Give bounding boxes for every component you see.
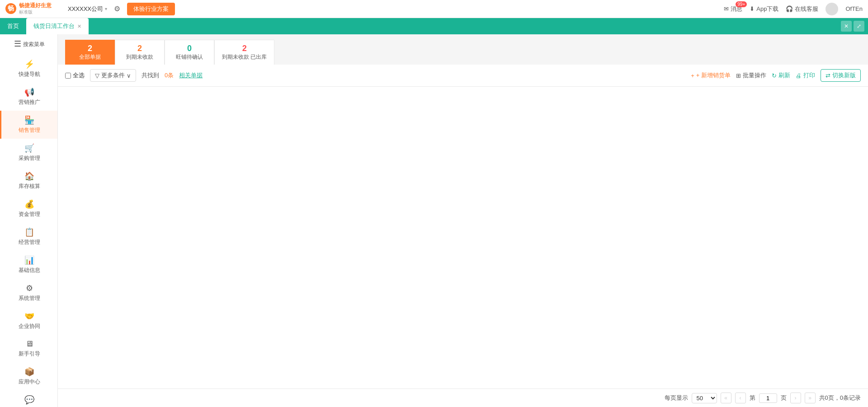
online-service-button[interactable]: 🎧 在线客服: [786, 5, 818, 13]
prev-page-button[interactable]: ‹: [735, 393, 746, 403]
sidebar-basics-label: 基础信息: [19, 267, 40, 274]
found-prefix: 共找到: [142, 71, 159, 80]
select-all-area[interactable]: 全选: [65, 71, 85, 80]
print-button[interactable]: 🖨 打印: [796, 71, 815, 80]
refresh-icon: ↻: [772, 72, 777, 79]
message-badge: 99+: [736, 1, 747, 7]
online-service-label: 在线客服: [795, 5, 818, 13]
sidebar-item-operations[interactable]: 📋 经营管理: [0, 223, 57, 251]
logo-sub: 标准版: [19, 9, 52, 15]
top-header: 畅 畅捷通好生意 标准版 XXXXXX公司 ▾ ⚙ 体验行业方案 ✉ 消息 99…: [0, 0, 868, 18]
sidebar-item-system[interactable]: ⚙ 系统管理: [0, 279, 57, 307]
app-center-icon: 📦: [24, 367, 34, 377]
filter-label: 更多条件: [101, 71, 125, 80]
nav-tabs-bar: 首页 钱货日清工作台 ✕ ✕ ⤢: [0, 18, 868, 34]
nav-tab-actions: ✕ ⤢: [841, 21, 864, 32]
close-window-button[interactable]: ✕: [841, 21, 852, 32]
batch-button[interactable]: ⊞ 批量操作: [736, 71, 766, 80]
sidebar-sales-label: 销售管理: [19, 126, 40, 134]
sub-tab-wangpu[interactable]: 0 旺铺待确认: [165, 40, 214, 65]
company-selector[interactable]: XXXXXX公司 ▾: [68, 5, 107, 13]
page-size-select[interactable]: 50 10 20 100: [692, 393, 717, 403]
message-icon: ✉: [724, 5, 729, 12]
user-name[interactable]: OfTEn: [845, 5, 863, 12]
sidebar-item-basics[interactable]: 📊 基础信息: [0, 251, 57, 279]
sidebar-item-quick-nav[interactable]: ⚡ 快捷导航: [0, 55, 57, 83]
page-size-label: 每页显示: [665, 394, 688, 402]
chevron-down-icon: ▾: [105, 6, 107, 11]
first-page-button[interactable]: «: [721, 393, 731, 403]
message-button[interactable]: ✉ 消息 99+: [724, 5, 742, 13]
last-page-button[interactable]: »: [805, 393, 816, 403]
add-sales-order-button[interactable]: + + 新增销货单: [691, 71, 731, 80]
headset-icon: 🎧: [786, 5, 793, 12]
refresh-button[interactable]: ↻ 刷新: [772, 71, 790, 80]
tab-home[interactable]: 首页: [0, 18, 26, 34]
search-menu-icon: ☰: [14, 39, 21, 49]
tab-cash-work[interactable]: 钱货日清工作台 ✕: [26, 18, 89, 34]
sub-tab-wangpu-count: 0: [172, 44, 207, 53]
sidebar-item-search[interactable]: ☰ 搜索菜单: [0, 34, 57, 55]
logo-icon: 畅: [5, 3, 16, 14]
sidebar-purchase-label: 采购管理: [19, 154, 40, 162]
related-link[interactable]: 相关单据: [179, 71, 203, 80]
sales-icon: 🏪: [24, 115, 34, 125]
logo-title: 畅捷通好生意: [19, 2, 52, 9]
last-page-icon: »: [808, 395, 811, 401]
app-download-label: App下载: [756, 5, 778, 13]
guide-icon: 🖥: [25, 339, 33, 349]
batch-label: 批量操作: [743, 71, 766, 80]
sidebar-quick-nav-label: 快捷导航: [19, 70, 40, 78]
avatar[interactable]: [826, 3, 838, 15]
quick-nav-icon: ⚡: [24, 59, 34, 69]
sidebar-item-wechat[interactable]: 💬 企业微信: [0, 390, 57, 407]
found-count: 0条: [165, 71, 174, 80]
finance-icon: 💰: [24, 199, 34, 209]
logo-area: 畅 畅捷通好生意 标准版: [5, 2, 63, 15]
sub-tab-wangpu-label: 旺铺待确认: [172, 53, 207, 61]
expand-window-button[interactable]: ⤢: [854, 21, 864, 32]
page-number-input[interactable]: [759, 393, 777, 403]
refresh-label: 刷新: [778, 71, 790, 80]
next-page-button[interactable]: ›: [790, 393, 801, 403]
sidebar-item-guide[interactable]: 🖥 新手引导: [0, 335, 57, 362]
app-download-button[interactable]: ⬇ App下载: [750, 5, 778, 13]
filter-button[interactable]: ▽ 更多条件 ∨: [90, 69, 136, 82]
sub-tab-overdue[interactable]: 2 到期未收款: [115, 40, 165, 65]
sidebar-finance-label: 资金管理: [19, 211, 40, 218]
sidebar-item-cooperation[interactable]: 🤝 企业协同: [0, 307, 57, 335]
logo-text: 畅捷通好生意 标准版: [19, 2, 52, 15]
plus-icon: +: [691, 72, 694, 79]
switch-version-button[interactable]: ⇄ 切换新版: [821, 69, 861, 82]
sidebar-item-purchase[interactable]: 🛒 采购管理: [0, 139, 57, 167]
tab-cash-work-label: 钱货日清工作台: [33, 22, 75, 30]
sidebar-item-sales[interactable]: 🏪 销售管理: [0, 111, 57, 139]
sidebar-item-app-center[interactable]: 📦 应用中心: [0, 362, 57, 390]
next-page-icon: ›: [795, 395, 797, 401]
empty-table-area: [58, 87, 868, 388]
settings-button[interactable]: ⚙: [111, 3, 123, 15]
sub-tab-overdue-label: 到期未收款: [123, 53, 157, 61]
cooperation-icon: 🤝: [24, 311, 34, 321]
sidebar-item-marketing[interactable]: 📢 营销推广: [0, 83, 57, 111]
operations-icon: 📋: [24, 227, 34, 237]
sidebar-search-label: 搜索菜单: [23, 41, 45, 48]
tab-cash-work-close-icon[interactable]: ✕: [77, 23, 81, 29]
pagination-bar: 每页显示 50 10 20 100 « ‹ 第 页 › » 共0页，0条记: [58, 388, 868, 407]
sub-tab-all-count: 2: [73, 44, 107, 53]
select-all-checkbox[interactable]: [65, 73, 71, 79]
sub-tab-overdue-count: 2: [123, 44, 157, 53]
sidebar-app-center-label: 应用中心: [19, 378, 40, 386]
sidebar-item-inventory[interactable]: 🏠 库存核算: [0, 167, 57, 195]
print-label: 打印: [803, 71, 815, 80]
sidebar-item-finance[interactable]: 💰 资金管理: [0, 195, 57, 223]
switch-icon: ⇄: [826, 72, 830, 79]
content-area: 2 全部单据 2 到期未收款 0 旺铺待确认 2 到期未收款 已出库 全选: [58, 34, 868, 407]
sub-tab-overdue-out-label: 到期未收款 已出库: [222, 53, 267, 61]
sub-tab-overdue-out[interactable]: 2 到期未收款 已出库: [214, 40, 274, 65]
tab-home-label: 首页: [7, 22, 19, 30]
first-page-icon: «: [724, 395, 727, 401]
sub-tab-all[interactable]: 2 全部单据: [65, 40, 115, 65]
toolbar: 全选 ▽ 更多条件 ∨ 共找到 0条 相关单据 + + 新增销货单 ⊞ 批量操作: [58, 65, 868, 87]
trial-button[interactable]: 体验行业方案: [127, 3, 175, 15]
